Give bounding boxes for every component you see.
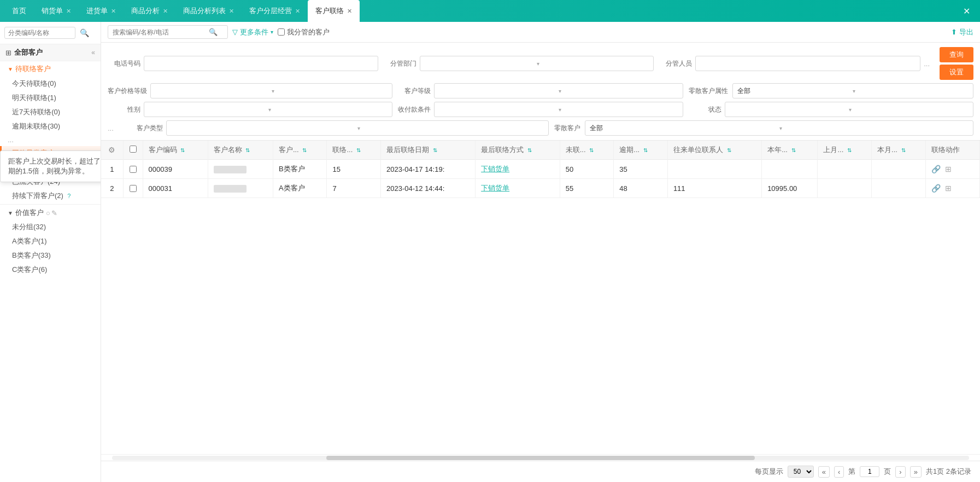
export-button[interactable]: ⬆ 导出: [951, 27, 973, 37]
retail-customer-select[interactable]: 全部 ▾: [585, 120, 973, 136]
sidebar-pending-group[interactable]: ▼ 待联络客户: [0, 61, 101, 77]
sidebar-search-button[interactable]: 🔍: [78, 26, 91, 39]
th-last-contact-way[interactable]: 最后联络方式 ⇅: [476, 141, 560, 160]
row1-contact-way-link[interactable]: 下销货单: [481, 165, 509, 173]
row2-last-contact-way[interactable]: 下销货单: [476, 179, 560, 198]
sidebar-item-today[interactable]: 今天待联络(0): [0, 77, 101, 91]
row1-checkbox[interactable]: [130, 166, 137, 173]
nav-sales[interactable]: 销货单 ✕: [34, 0, 79, 22]
phone-input[interactable]: [144, 56, 378, 71]
sidebar-item-overdue[interactable]: 逾期未联络(30): [0, 119, 101, 133]
nav-customer-contact-close[interactable]: ✕: [347, 8, 352, 15]
my-customers-checkbox[interactable]: [278, 28, 285, 36]
customer-type-select[interactable]: ▾: [166, 120, 549, 136]
value-edit-icon[interactable]: ○: [46, 209, 50, 217]
row2-link-icon[interactable]: 🔗: [931, 184, 941, 193]
query-button[interactable]: 查询: [940, 47, 973, 62]
th-contact-count[interactable]: 联络... ⇅: [327, 141, 381, 160]
content-area: 🔍 ▽ 更多条件 ▾ 我分管的客户 ⬆ 导出 电话号码: [101, 22, 980, 482]
scrollbar-track[interactable]: [112, 456, 969, 460]
horizontal-scrollbar[interactable]: [101, 454, 980, 461]
status-select[interactable]: ▾: [725, 102, 973, 117]
sidebar-all-customers-header[interactable]: ⊞ 全部客户 «: [0, 44, 101, 61]
row1-last-contact-way[interactable]: 下销货单: [476, 160, 560, 179]
sidebar-item-tomorrow[interactable]: 明天待联络(1): [0, 91, 101, 105]
prev-page-button[interactable]: ‹: [834, 466, 844, 478]
nav-customer-segment-close[interactable]: ✕: [295, 8, 300, 15]
manager-text-input[interactable]: [700, 60, 916, 67]
settings-button[interactable]: 设置: [940, 65, 973, 80]
th-this-year[interactable]: 本年... ⇅: [762, 141, 818, 160]
th-uncontact[interactable]: 未联... ⇅: [560, 141, 614, 160]
row2-checkbox[interactable]: [130, 185, 137, 192]
nav-analysis-list[interactable]: 商品分析列表 ✕: [175, 0, 242, 22]
select-all-checkbox[interactable]: [130, 146, 137, 153]
nav-customer-contact[interactable]: 客户联络 ✕: [308, 0, 360, 22]
current-page-input[interactable]: [860, 466, 879, 477]
th-contact-person[interactable]: 往来单位联系人 ⇅: [667, 141, 761, 160]
th-last-contact-date[interactable]: 最后联络日期 ⇅: [381, 141, 476, 160]
phone-text-input[interactable]: [149, 60, 373, 67]
first-page-button[interactable]: «: [818, 466, 830, 478]
th-code[interactable]: 客户编码 ⇅: [143, 141, 208, 160]
sidebar-item-unclassified[interactable]: 未分组(32): [0, 220, 101, 234]
nav-analysis[interactable]: 商品分析 ✕: [124, 0, 175, 22]
next-page-button[interactable]: ›: [895, 466, 905, 478]
sidebar-collapse-icon[interactable]: «: [91, 49, 95, 56]
per-page-select[interactable]: 50: [788, 466, 814, 478]
th-code-label: 客户编码: [149, 146, 177, 154]
scrollbar-thumb[interactable]: [326, 456, 755, 460]
th-this-month[interactable]: 本月... ⇅: [872, 141, 926, 160]
nav-analysis-list-close[interactable]: ✕: [229, 8, 234, 15]
th-type[interactable]: 客户... ⇅: [273, 141, 327, 160]
nav-analysis-close[interactable]: ✕: [163, 8, 168, 15]
th-overdue[interactable]: 逾期... ⇅: [614, 141, 668, 160]
sort-last-contact-way-icon: ⇅: [527, 147, 532, 153]
row2-grid-icon[interactable]: ⊞: [945, 184, 952, 193]
my-customers-filter[interactable]: 我分管的客户: [278, 27, 330, 37]
more-link[interactable]: ...: [108, 124, 114, 132]
th-uncontact-label: 未联...: [566, 146, 586, 154]
declining-label: 持续下滑客户(2): [12, 191, 63, 200]
row2-check[interactable]: [123, 179, 143, 198]
sidebar-item-class-c[interactable]: C类客户(6): [0, 263, 101, 277]
th-this-month-label: 本月...: [877, 146, 897, 154]
sidebar-item-class-a[interactable]: A类客户(1): [0, 234, 101, 248]
next-page-icon: ›: [899, 468, 901, 476]
sidebar-item-7days[interactable]: 近7天待联络(0): [0, 105, 101, 119]
sidebar-value-group[interactable]: ▼ 价值客户 ○ ✎: [0, 206, 101, 220]
payment-select[interactable]: ▾: [434, 102, 683, 117]
manager-more-icon[interactable]: ...: [924, 60, 930, 68]
row1-check[interactable]: [123, 160, 143, 179]
sidebar-item-declining[interactable]: 持续下滑客户(2) ?: [0, 189, 101, 203]
price-level-select[interactable]: ▾: [150, 83, 392, 98]
th-gear[interactable]: ⚙: [101, 141, 123, 160]
gender-select[interactable]: ▾: [144, 102, 392, 117]
customer-level-select[interactable]: ▾: [434, 83, 683, 98]
more-conditions-button[interactable]: ▽ 更多条件 ▾: [232, 27, 273, 37]
search-input[interactable]: [113, 28, 206, 36]
row2-contact-way-link[interactable]: 下销货单: [481, 184, 509, 192]
nav-purchase[interactable]: 进货单 ✕: [79, 0, 124, 22]
gear-settings-icon[interactable]: ⚙: [108, 146, 115, 154]
row1-code: 000039: [143, 160, 208, 179]
tomorrow-label: 明天待联络(1): [12, 94, 56, 102]
th-last-month[interactable]: 上月... ⇅: [818, 141, 872, 160]
row1-grid-icon[interactable]: ⊞: [945, 165, 952, 173]
sort-name-icon: ⇅: [245, 147, 250, 153]
th-name[interactable]: 客户名称 ⇅: [208, 141, 273, 160]
nav-sales-close[interactable]: ✕: [66, 8, 71, 15]
department-select[interactable]: ▾: [420, 56, 654, 71]
retail-attr-select[interactable]: 全部 ▾: [732, 83, 973, 98]
close-all-button[interactable]: ✕: [958, 6, 976, 16]
sidebar-pending-more[interactable]: ...: [0, 133, 101, 146]
nav-purchase-close[interactable]: ✕: [111, 8, 116, 15]
value-edit-icon2[interactable]: ✎: [51, 209, 57, 217]
nav-home[interactable]: 首页: [4, 0, 34, 22]
last-page-button[interactable]: »: [910, 466, 922, 478]
nav-customer-segment[interactable]: 客户分层经营 ✕: [242, 0, 308, 22]
manager-input[interactable]: [695, 56, 920, 71]
sidebar-item-class-b[interactable]: B类客户(33): [0, 248, 101, 263]
row1-link-icon[interactable]: 🔗: [931, 165, 941, 173]
sidebar-search-input[interactable]: [4, 27, 75, 39]
